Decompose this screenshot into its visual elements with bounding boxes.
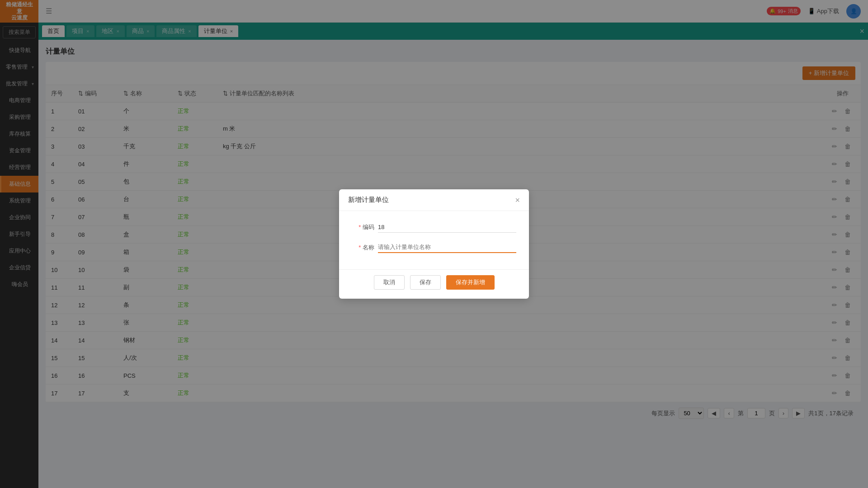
name-field-row: * 名称 (352, 242, 516, 253)
name-input[interactable] (378, 242, 516, 253)
add-unit-modal: 新增计量单位 × * 编码 * 名称 取消 保存 保存并新增 (339, 189, 529, 299)
required-mark: * (359, 224, 361, 230)
modal-close-button[interactable]: × (515, 196, 520, 204)
modal-overlay[interactable]: 新增计量单位 × * 编码 * 名称 取消 保存 保存并新增 (0, 0, 868, 488)
modal-body: * 编码 * 名称 (339, 211, 529, 269)
name-label: * 名称 (352, 244, 374, 252)
modal-footer: 取消 保存 保存并新增 (339, 269, 529, 299)
modal-header: 新增计量单位 × (339, 189, 529, 211)
cancel-button[interactable]: 取消 (374, 275, 405, 290)
code-input[interactable] (378, 222, 516, 233)
save-and-new-button[interactable]: 保存并新增 (446, 275, 495, 290)
save-button[interactable]: 保存 (410, 275, 441, 290)
code-label: * 编码 (352, 223, 374, 231)
required-mark: * (359, 244, 361, 251)
modal-title: 新增计量单位 (348, 196, 389, 204)
code-field-row: * 编码 (352, 222, 516, 233)
